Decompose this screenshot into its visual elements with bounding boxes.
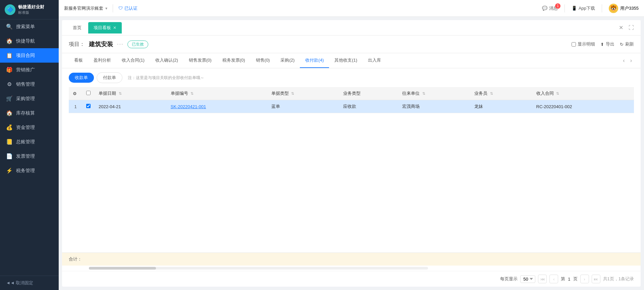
tab-close-icon[interactable]: ✕ bbox=[113, 25, 116, 30]
sub-tab-profit[interactable]: 盈利分析 bbox=[88, 53, 116, 68]
sub-tab-income-contract[interactable]: 收入合同(1) bbox=[116, 53, 150, 68]
number-sort-icon: ⇅ bbox=[191, 91, 194, 95]
sidebar-item-tax[interactable]: ⚡ 税务管理 bbox=[0, 163, 59, 178]
shield-icon: 🛡 bbox=[118, 6, 123, 11]
table-row[interactable]: 1 2022-04-21 SK-20220421-001 蓝单 应收款 宏茂商场… bbox=[69, 100, 634, 113]
next-page-button[interactable]: › bbox=[580, 275, 589, 283]
app-logo-icon: 🔷 bbox=[5, 4, 15, 15]
user-menu-button[interactable]: 🐯 用户3355 bbox=[609, 4, 639, 13]
per-page-select[interactable]: 50 bbox=[520, 275, 535, 283]
row-number-link[interactable]: SK-20220421-001 bbox=[171, 104, 206, 109]
sub-tab-receipts-label: 收付款(4) bbox=[305, 58, 324, 63]
sidebar-item-sales[interactable]: ⚙ 销售管理 bbox=[0, 77, 59, 91]
sidebar: 🔷 畅捷通好业财 标准版 🔍 搜索菜单 🏠 快捷导航 📋 项目合同 🎁 营销推广… bbox=[0, 0, 59, 290]
sidebar-item-ledger[interactable]: 📒 总账管理 bbox=[0, 135, 59, 149]
sidebar-item-search[interactable]: 🔍 搜索菜单 bbox=[0, 19, 59, 34]
row-num: 1 bbox=[69, 100, 82, 113]
sidebar-item-label: 快捷导航 bbox=[16, 38, 35, 44]
last-page-button[interactable]: ⏭ bbox=[592, 275, 600, 283]
column-settings-icon[interactable]: ⚙ bbox=[73, 91, 77, 96]
partner-column-header[interactable]: 往来单位 ⇅ bbox=[398, 87, 470, 100]
page-suffix: 页 bbox=[573, 276, 578, 282]
row-checkbox[interactable] bbox=[86, 104, 91, 108]
gift-icon: 🎁 bbox=[6, 67, 13, 73]
filter-bar: 收款单 付款单 注：这里是与项目关联的全部收付款单哦～ bbox=[62, 68, 641, 87]
sub-tab-sales[interactable]: 销售(0) bbox=[251, 53, 275, 68]
sub-tab-receipts[interactable]: 收付款(4) bbox=[300, 53, 329, 68]
app-download-label: App下载 bbox=[579, 5, 595, 11]
tab-home[interactable]: 首页 bbox=[67, 22, 87, 33]
select-all-checkbox[interactable] bbox=[86, 91, 91, 95]
window-controls: ✕ ⛶ bbox=[618, 23, 635, 32]
gear-icon: ⚙ bbox=[6, 81, 13, 87]
date-column-header[interactable]: 单据日期 ⇅ bbox=[95, 87, 167, 100]
show-detail-checkbox[interactable]: 显示明细 bbox=[572, 41, 595, 47]
topbar-project[interactable]: 新服务官网演示账套 ▾ bbox=[64, 5, 107, 11]
expand-window-button[interactable]: ⛶ bbox=[627, 23, 635, 32]
app-name: 畅捷通好业财 bbox=[18, 4, 44, 10]
row-checkbox-cell[interactable] bbox=[82, 100, 95, 113]
sub-tab-sales-invoice-label: 销售发票(0) bbox=[189, 58, 212, 63]
show-detail-label: 显示明细 bbox=[578, 41, 595, 47]
sidebar-item-quick-nav[interactable]: 🏠 快捷导航 bbox=[0, 34, 59, 48]
sub-tab-tax-invoice[interactable]: 税务发票(0) bbox=[217, 53, 251, 68]
settings-column-header[interactable]: ⚙ bbox=[69, 87, 82, 100]
sub-tab-income-contract-label: 收入合同(1) bbox=[122, 58, 145, 63]
sidebar-item-inventory[interactable]: 🏠 库存核算 bbox=[0, 106, 59, 120]
sub-tabs-prev-button[interactable]: ‹ bbox=[621, 56, 627, 65]
sub-tab-in-out[interactable]: 出入库 bbox=[363, 53, 386, 68]
current-page: 1 bbox=[568, 277, 570, 282]
payment-filter-button[interactable]: 付款单 bbox=[97, 72, 122, 83]
sub-tab-purchase-label: 采购(2) bbox=[280, 58, 294, 63]
receipt-filter-button[interactable]: 收款单 bbox=[69, 73, 94, 83]
per-page-label: 每页显示 bbox=[500, 276, 518, 282]
refresh-button[interactable]: ↻ 刷新 bbox=[620, 41, 634, 47]
salesperson-column-header[interactable]: 业务员 ⇅ bbox=[470, 87, 532, 100]
sub-tab-sales-invoice[interactable]: 销售发票(0) bbox=[183, 53, 217, 68]
sub-tab-other-expense[interactable]: 其他收支(1) bbox=[329, 53, 363, 68]
messages-button[interactable]: 💬 消息 1 bbox=[542, 5, 558, 11]
sidebar-item-project[interactable]: 📋 项目合同 bbox=[0, 48, 59, 63]
sub-tab-kanban[interactable]: 看板 bbox=[69, 53, 88, 68]
prev-page-button[interactable]: ‹ bbox=[549, 275, 558, 283]
first-page-button[interactable]: ⏮ bbox=[538, 275, 547, 283]
project-prefix: 项目： bbox=[69, 41, 85, 48]
sub-tab-income-confirm[interactable]: 收入确认(2) bbox=[150, 53, 183, 68]
sub-tabs-next-button[interactable]: › bbox=[628, 56, 634, 65]
sidebar-item-invoice[interactable]: 📄 发票管理 bbox=[0, 149, 59, 163]
content-area: 首页 项目看板 ✕ ✕ ⛶ 项目： 建筑安装 ··· 已生效 显示明细 bbox=[62, 20, 641, 287]
money-icon: 💰 bbox=[6, 124, 13, 131]
income-contract-label: 收入合同 bbox=[536, 91, 554, 96]
salesperson-label: 业务员 bbox=[474, 91, 487, 96]
main-area: 新服务官网演示账套 ▾ 🛡 已认证 💬 消息 1 📱 App下载 🐯 用户335… bbox=[59, 0, 644, 290]
certified-label: 已认证 bbox=[124, 5, 138, 11]
type-label: 单据类型 bbox=[271, 91, 289, 96]
sub-tabs-nav: ‹ › bbox=[621, 56, 634, 65]
row-income-contract: RC-20220401-002 bbox=[532, 100, 634, 113]
show-detail-input[interactable] bbox=[572, 42, 576, 47]
export-button[interactable]: ⬆ 导出 bbox=[600, 41, 614, 47]
horizontal-scrollbar-thumb[interactable] bbox=[89, 267, 156, 270]
horizontal-scrollbar-track[interactable] bbox=[89, 267, 428, 270]
checkbox-column-header[interactable] bbox=[82, 87, 95, 100]
page-word: 第 bbox=[561, 276, 565, 282]
table-header-row: ⚙ 单据日期 ⇅ 单据编号 ⇅ bbox=[69, 87, 634, 100]
close-window-button[interactable]: ✕ bbox=[618, 23, 625, 32]
type-column-header[interactable]: 单据类型 ⇅ bbox=[267, 87, 339, 100]
row-number[interactable]: SK-20220421-001 bbox=[167, 100, 267, 113]
search-icon: 🔍 bbox=[6, 23, 13, 30]
project-header-actions: 显示明细 ⬆ 导出 ↻ 刷新 bbox=[572, 41, 634, 47]
sidebar-item-label: 营销推广 bbox=[16, 67, 35, 73]
project-more-button[interactable]: ··· bbox=[117, 41, 123, 47]
number-column-header[interactable]: 单据编号 ⇅ bbox=[167, 87, 267, 100]
project-icon: 📋 bbox=[6, 52, 13, 59]
sidebar-unpin-button[interactable]: ◄◄ 取消固定 bbox=[0, 276, 59, 290]
sidebar-item-capital[interactable]: 💰 资金管理 bbox=[0, 120, 59, 135]
sidebar-item-marketing[interactable]: 🎁 营销推广 bbox=[0, 63, 59, 77]
sidebar-item-purchase[interactable]: 🛒 采购管理 bbox=[0, 91, 59, 106]
tab-project-board[interactable]: 项目看板 ✕ bbox=[88, 22, 122, 33]
tab-project-board-label: 项目看板 bbox=[94, 25, 111, 31]
app-download-button[interactable]: 📱 App下载 bbox=[572, 5, 595, 11]
income-contract-column-header[interactable]: 收入合同 ⇅ bbox=[532, 87, 634, 100]
sub-tab-purchase[interactable]: 采购(2) bbox=[275, 53, 300, 68]
